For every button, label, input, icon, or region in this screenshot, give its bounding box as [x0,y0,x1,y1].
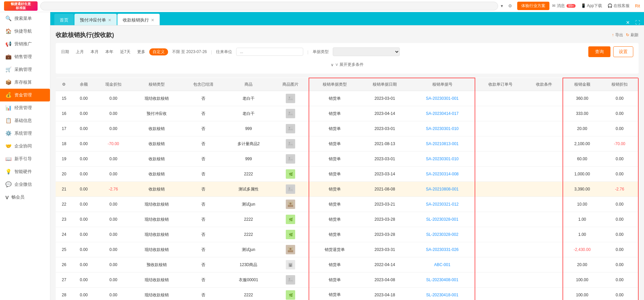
svg-rect-8 [288,156,293,162]
cell-receipt-condition [526,182,562,197]
cell-receipt-condition [526,272,562,288]
tab-prepay-close[interactable]: ✕ [108,18,111,23]
table-row: 18 0.00 -70.00 收款核销 否 多计量商品2 销货单 2021-08… [56,136,638,152]
tab-bar-actions: ✕ ⛶ [626,20,640,25]
sidebar-item-cooperation[interactable]: 🤝 企业协同 [0,140,50,153]
sidebar-item-quicknav[interactable]: 🏠 快捷导航 [0,25,50,38]
expand-icon: ∨ [331,62,334,67]
refresh-btn[interactable]: ↻ 刷新 [626,32,639,38]
cell-voucher-no[interactable]: SA-20230414-017 [410,106,475,121]
cell-goods: 测试多属性 [225,182,272,197]
sidebar-item-sales[interactable]: 💼 销售管理 [0,50,50,63]
th-settings[interactable]: ⚙ [56,78,72,91]
app-download[interactable]: 📱 App下载 [581,3,602,9]
product-image: 🌿 [286,230,295,239]
dropdown-arrow[interactable]: ▾ [501,3,503,8]
sidebar-item-purchase[interactable]: 🛒 采购管理 [0,63,50,76]
expand-conditions[interactable]: ∨ ∨ 展开更多条件 [61,62,633,68]
cell-image [272,152,309,167]
sidebar-item-search[interactable]: 🔍 搜索菜单 [0,12,50,25]
notification-area[interactable]: ✉ 消息 99+ [552,3,576,9]
btn-this-year[interactable]: 本年 [103,48,116,55]
cell-image [272,106,309,121]
sidebar-item-guide[interactable]: 📖 新手引导 [0,153,50,165]
cell-voucher-no[interactable]: SA-20230301-010 [410,152,475,167]
date-range: 不限 至 2023-07-26 [172,49,207,55]
btn-last-month[interactable]: 上月 [73,48,87,55]
service-label: 在线客服 [613,3,630,8]
svg-rect-26 [290,265,291,267]
sidebar-label-search: 搜索菜单 [14,15,32,22]
btn-custom[interactable]: 自定义 [149,48,168,55]
cell-voucher-no[interactable]: SA-20210808-001 [410,182,475,197]
settings-btn[interactable]: 设置 [613,46,633,57]
cell-receipt-order [475,212,526,227]
filter-row-1: 日期 上月 本月 本年 近7天 更多 自定义 不限 至 2023-07-26 |… [61,46,633,57]
cell-balance: 0.00 [72,212,95,227]
cell-amount: 20.00 [563,257,601,272]
online-service[interactable]: 🎧 在线客服 [607,3,630,9]
tab-prepay[interactable]: 预付冲应付单 ✕ [74,14,117,25]
cell-voucher-no[interactable]: SL-20230408-001 [410,272,475,288]
cell-voucher-type: 销货单 [309,272,360,288]
user-name[interactable]: Rit [635,4,640,8]
tab-home-label: 首页 [60,17,68,23]
cell-discount: -70.00 [95,136,132,152]
cell-voucher-no[interactable]: SA-20230321-012 [410,197,475,212]
cell-voucher-no[interactable]: SA-20210813-001 [410,136,475,152]
source-unit-input[interactable] [236,48,303,56]
sidebar-item-system[interactable]: ⚙️ 系统管理 [0,127,50,140]
sidebar-item-wechat[interactable]: 💬 企业微信 [0,178,50,191]
cell-voucher-no[interactable]: SA-20230301-001 [410,91,475,106]
export-btn[interactable]: ↑ 导出 [612,32,623,38]
svg-text:🌿: 🌿 [289,293,293,297]
sidebar-item-business[interactable]: 📊 经营管理 [0,101,50,114]
industry-btn[interactable]: 体验行业方案 [517,2,549,10]
svg-point-7 [289,142,290,143]
tab-collection-close[interactable]: ✕ [151,18,154,23]
cell-image: 🌿 [272,288,309,300]
cell-writeoff-discount: 0.00 [601,121,638,136]
cell-voucher-no[interactable]: ABC-001 [410,257,475,272]
cell-receipt-condition [526,136,562,152]
sidebar-item-basic[interactable]: 📋 基础信息 [0,114,50,127]
product-image [286,139,295,148]
btn-more[interactable]: 更多 [135,48,148,55]
cell-voucher-type: 销货单 [309,182,360,197]
sidebar-label-sales: 销售管理 [14,54,32,60]
sidebar-item-inventory[interactable]: 📦 库存核算 [0,76,50,89]
minimize-icon[interactable]: ✕ [626,20,630,25]
logo: 畅捷通好生意 标准版 [4,1,38,11]
sidebar-label-business: 经营管理 [14,105,32,111]
cell-goods: 2222 [225,227,272,242]
cell-receipt-order [475,106,526,121]
cell-voucher-date: 2023-03-01 [360,91,410,106]
cell-voucher-no[interactable]: SA-20230301-010 [410,121,475,136]
sidebar-item-member[interactable]: V 畅会员 [0,191,50,204]
cell-no: 24 [56,227,72,242]
voucher-type-select[interactable] [333,47,400,56]
cell-voucher-no[interactable]: SL-20230328-002 [410,227,475,242]
settings-icon[interactable]: ⚙ [506,2,515,10]
tab-bar: 首页 预付冲应付单 ✕ 收款核销执行 ✕ ✕ ⛶ [50,12,644,26]
svg-rect-0 [288,96,293,101]
tab-collection[interactable]: 收款核销执行 ✕ [117,14,160,25]
maximize-icon[interactable]: ⛶ [635,20,640,25]
purchase-icon: 🛒 [5,67,12,73]
product-image [286,124,295,133]
sidebar-item-marketing[interactable]: 📢 营销推广 [0,38,50,50]
btn-this-month[interactable]: 本月 [88,48,101,55]
btn-7days[interactable]: 近7天 [117,48,133,55]
sidebar-item-finance[interactable]: 💰 资金管理 [0,89,50,101]
svg-text:🌿: 🌿 [289,172,293,176]
cell-voucher-no[interactable]: SA-20230331-026 [410,242,475,257]
svg-point-1 [289,97,290,98]
tab-home[interactable]: 首页 [54,14,74,25]
query-btn[interactable]: 查询 [588,46,610,57]
cell-voucher-no[interactable]: SA-20230314-008 [410,167,475,182]
cell-discount: 0.00 [95,227,132,242]
sidebar-item-hardware[interactable]: 💡 智能硬件 [0,165,50,178]
cell-voucher-no[interactable]: SL-20230328-001 [410,212,475,227]
th-discount: 现金折扣 [95,78,132,91]
cell-voucher-no[interactable]: SL-20230418-001 [410,288,475,300]
